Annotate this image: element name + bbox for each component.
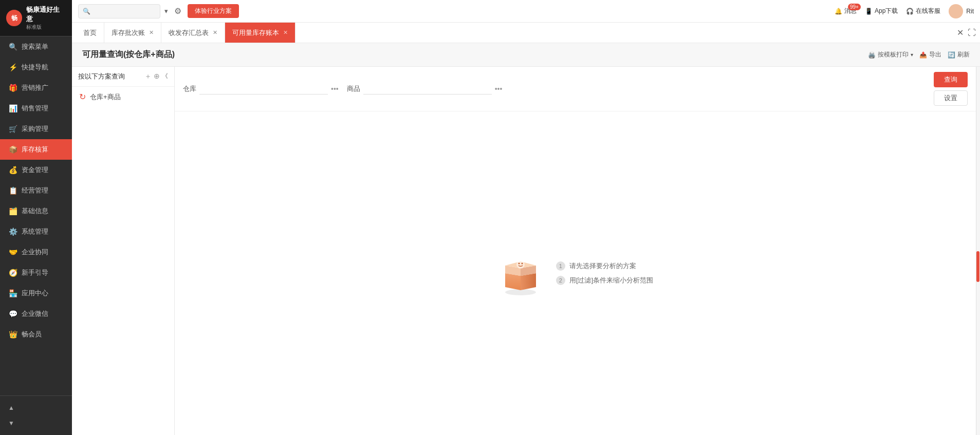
chevron-down-icon: ▾ [911, 52, 913, 58]
tab-available-label: 可用量库存账本 [232, 28, 279, 37]
sidebar-item-wxwork[interactable]: 💬 企业微信 [0, 304, 72, 324]
headset-icon: 🎧 [906, 8, 914, 15]
tab-summary[interactable]: 收发存汇总表 ✕ [161, 23, 225, 43]
tip-text-2: 用[过滤]条件来缩小分析范围 [569, 276, 653, 285]
close-tab-icon[interactable]: ✕ [957, 28, 964, 37]
right-scrollbar[interactable] [976, 67, 980, 435]
sidebar-nav: 🔍 搜索菜单 ⚡ 快捷导航 🎁 营销推广 📊 销售管理 🛒 采购管理 📦 库存核… [0, 36, 72, 395]
gear-icon[interactable]: ⚙ [172, 4, 183, 18]
tabs-actions: ✕ ⛶ [957, 28, 976, 37]
export-button[interactable]: 📤 导出 [919, 50, 941, 59]
app-download-button[interactable]: 📱 App下载 [865, 7, 898, 15]
sidebar-label-basic: 基础信息 [22, 206, 48, 216]
sidebar-item-guide[interactable]: 🧭 新手引导 [0, 262, 72, 283]
expand-icon[interactable]: ⛶ [968, 28, 976, 37]
shortcut-icon: ⚡ [8, 63, 17, 72]
left-panel-actions: ＋ ⊕ 《 [144, 72, 168, 81]
sidebar-item-operation[interactable]: 📋 经营管理 [0, 180, 72, 201]
tab-batch[interactable]: 库存批次账 ✕ [104, 23, 161, 43]
sidebar-item-purchase[interactable]: 🛒 采购管理 [0, 119, 72, 139]
inventory-icon: 📦 [8, 145, 17, 154]
search-input[interactable] [93, 8, 144, 15]
basic-icon: 🗂️ [8, 206, 17, 216]
operation-icon: 📋 [8, 186, 17, 195]
sidebar-item-finance[interactable]: 💰 资金管理 [0, 160, 72, 180]
left-panel-title-area: 按以下方案查询 [78, 72, 125, 81]
left-panel: 按以下方案查询 ＋ ⊕ 《 ↻ 仓库+商品 [72, 67, 175, 435]
left-panel-title: 按以下方案查询 [78, 72, 125, 81]
sidebar-item-marketing[interactable]: 🎁 营销推广 [0, 78, 72, 98]
notification-badge: 99+ [848, 4, 861, 10]
empty-tip-2: 2 用[过滤]条件来缩小分析范围 [556, 276, 653, 285]
sidebar-label-member: 畅会员 [22, 330, 42, 339]
sidebar-item-shortcut[interactable]: ⚡ 快捷导航 [0, 57, 72, 78]
manage-schemes-button[interactable]: ⊕ [154, 72, 160, 81]
sidebar-label-wxwork: 企业微信 [22, 309, 48, 318]
main-content: 🔍 ▾ ⚙ 体验行业方案 🔔 消息 99+ 📱 App下载 🎧 在线客服 Rit [72, 0, 980, 435]
search-icon: 🔍 [83, 8, 90, 15]
sidebar-header: 畅 畅康通好生意 标准版 [0, 0, 72, 36]
product-more-icon[interactable]: ••• [495, 85, 503, 93]
sidebar-label-purchase: 采购管理 [22, 124, 48, 134]
dropdown-arrow-icon[interactable]: ▾ [164, 7, 168, 15]
tab-batch-close[interactable]: ✕ [149, 29, 154, 36]
tab-available-close[interactable]: ✕ [283, 29, 288, 36]
tab-home[interactable]: 首页 [76, 23, 104, 43]
query-button[interactable]: 查询 [934, 72, 968, 87]
svg-point-9 [521, 263, 523, 264]
sidebar-item-enterprise[interactable]: 🤝 企业协同 [0, 242, 72, 262]
sidebar-scroll-up[interactable]: ▲ [0, 400, 72, 415]
sidebar-label-guide: 新手引导 [22, 268, 48, 277]
svg-point-7 [516, 260, 525, 269]
page-actions: 🖨️ 按模板打印 ▾ 📤 导出 🔄 刷新 [868, 50, 970, 59]
sidebar-scroll-down[interactable]: ▼ [0, 415, 72, 431]
user-avatar-area[interactable]: Rit [949, 4, 974, 18]
sidebar-label-shortcut: 快捷导航 [22, 63, 48, 72]
industry-solution-button[interactable]: 体验行业方案 [188, 4, 239, 18]
print-button[interactable]: 🖨️ 按模板打印 ▾ [868, 50, 913, 59]
sidebar-item-basic[interactable]: 🗂️ 基础信息 [0, 201, 72, 221]
topbar: 🔍 ▾ ⚙ 体验行业方案 🔔 消息 99+ 📱 App下载 🎧 在线客服 Rit [72, 0, 980, 23]
empty-tips: 1 请先选择要分析的方案 2 用[过滤]条件来缩小分析范围 [556, 261, 653, 285]
export-label: 导出 [929, 50, 941, 59]
tab-available[interactable]: 可用量库存账本 ✕ [225, 23, 295, 43]
add-scheme-button[interactable]: ＋ [144, 72, 152, 81]
sidebar-item-appstore[interactable]: 🏪 应用中心 [0, 283, 72, 304]
marketing-icon: 🎁 [8, 83, 17, 92]
empty-illustration [497, 250, 544, 296]
sidebar-label-marketing: 营销推广 [22, 83, 48, 92]
product-filter: 商品 ••• [347, 83, 503, 94]
scrollbar-thumb[interactable] [976, 251, 979, 282]
sidebar-item-sales[interactable]: 📊 销售管理 [0, 98, 72, 119]
settings-button[interactable]: 设置 [934, 90, 968, 106]
sidebar-item-search[interactable]: 🔍 搜索菜单 [0, 36, 72, 57]
page-header: 可用量查询(按仓库+商品) 🖨️ 按模板打印 ▾ 📤 导出 🔄 刷新 [72, 43, 980, 67]
product-input[interactable] [363, 83, 492, 94]
finance-icon: 💰 [8, 165, 17, 175]
sidebar-item-member[interactable]: 👑 畅会员 [0, 324, 72, 345]
scheme-item-warehouse-product[interactable]: ↻ 仓库+商品 [72, 87, 174, 107]
sales-icon: 📊 [8, 104, 17, 113]
empty-visual: 1 请先选择要分析的方案 2 用[过滤]条件来缩小分析范围 [497, 250, 653, 296]
warehouse-more-icon[interactable]: ••• [331, 85, 339, 93]
sidebar-item-system[interactable]: ⚙️ 系统管理 [0, 221, 72, 242]
topbar-search-box[interactable]: 🔍 [78, 4, 160, 18]
left-panel-header: 按以下方案查询 ＋ ⊕ 《 [72, 67, 174, 87]
tab-summary-label: 收发存汇总表 [169, 28, 209, 37]
sidebar: 畅 畅康通好生意 标准版 🔍 搜索菜单 ⚡ 快捷导航 🎁 营销推广 📊 销售管理… [0, 0, 72, 435]
export-icon: 📤 [919, 51, 927, 59]
tab-summary-close[interactable]: ✕ [213, 29, 217, 36]
refresh-button[interactable]: 🔄 刷新 [948, 50, 970, 59]
collapse-panel-icon[interactable]: 《 [162, 72, 168, 81]
appstore-icon: 🏪 [8, 289, 17, 298]
brand-name: 畅康通好生意 [26, 5, 66, 24]
right-panel: 仓库 ••• 商品 ••• 查询 设置 [175, 67, 976, 435]
sidebar-item-inventory[interactable]: 📦 库存核算 [0, 139, 72, 160]
purchase-icon: 🛒 [8, 124, 17, 134]
warehouse-input[interactable] [199, 83, 328, 94]
refresh-label: 刷新 [957, 50, 970, 59]
filter-row: 仓库 ••• 商品 ••• 查询 设置 [175, 67, 976, 111]
svg-point-8 [518, 263, 520, 264]
online-service-button[interactable]: 🎧 在线客服 [906, 7, 940, 15]
notifications-button[interactable]: 🔔 消息 99+ [835, 7, 857, 15]
